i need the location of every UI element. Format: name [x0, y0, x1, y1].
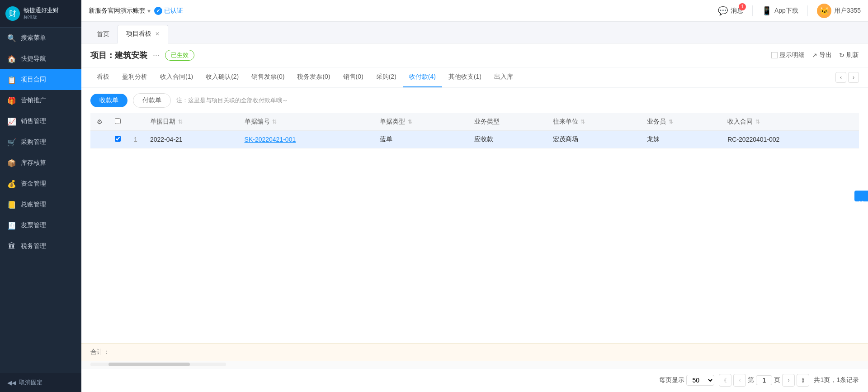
refresh-button[interactable]: ↻ 刷新	[839, 51, 859, 59]
sidebar-item-sales[interactable]: 📈 销售管理	[0, 111, 81, 132]
topbar-divider	[752, 5, 753, 16]
home-icon: 🏠	[7, 54, 16, 63]
row-partner-cell: 宏茂商场	[547, 131, 642, 148]
purchase-icon: 🛒	[7, 138, 16, 147]
sub-nav-payment[interactable]: 收付款(4)	[403, 67, 442, 87]
sidebar-item-quick-nav[interactable]: 🏠 快捷导航	[0, 48, 81, 69]
ledger-icon: 📒	[7, 200, 16, 209]
table-row: 1 2022-04-21 SK-20220421-001 蓝单 应收款 宏茂商场…	[90, 131, 859, 148]
table-footer: 合计：	[81, 343, 868, 361]
receipt-tab-button[interactable]: 收款单	[90, 94, 127, 107]
sidebar-item-project[interactable]: 📋 项目合同	[0, 69, 81, 90]
row-type-cell: 蓝单	[374, 131, 469, 148]
user-menu[interactable]: 🐱 用户3355	[817, 4, 861, 18]
sidebar-item-tax[interactable]: 🏛 税务管理	[0, 236, 81, 257]
sub-nav-sales-invoice[interactable]: 销售发票(0)	[245, 67, 291, 87]
more-options-button[interactable]: ···	[153, 51, 160, 60]
sidebar-item-finance[interactable]: 💰 资金管理	[0, 173, 81, 194]
sidebar-item-inventory[interactable]: 📦 库存核算	[0, 153, 81, 173]
col-code[interactable]: 单据编号 ⇅	[239, 113, 374, 131]
horizontal-scrollbar[interactable]	[90, 363, 226, 366]
sub-nav-kanban[interactable]: 看板	[90, 67, 116, 87]
col-type[interactable]: 单据类型 ⇅	[374, 113, 469, 131]
export-button[interactable]: ↗ 导出	[812, 51, 832, 59]
tab-home[interactable]: 首页	[89, 26, 118, 43]
topbar: 新服务官网演示账套 ▾ ✔ 已认证 💬 消息 1 📱 App下载 🐱 用户	[81, 0, 868, 22]
page-number-input[interactable]	[756, 375, 772, 385]
col-select-all	[108, 113, 127, 131]
next-page-button[interactable]: ›	[782, 374, 795, 387]
shield-icon: ✔	[154, 7, 162, 15]
row-code-cell[interactable]: SK-20220421-001	[239, 131, 374, 148]
project-title: 项目：建筑安装	[90, 50, 147, 61]
main-content: 新服务官网演示账套 ▾ ✔ 已认证 💬 消息 1 📱 App下载 🐱 用户	[81, 0, 868, 392]
select-all-checkbox[interactable]	[115, 118, 121, 124]
row-salesman-cell: 龙妹	[642, 131, 722, 148]
first-page-button[interactable]: ⟪	[719, 374, 731, 387]
sub-nav-other-expense[interactable]: 其他收支(1)	[442, 67, 488, 87]
certified-badge: ✔ 已认证	[154, 7, 183, 15]
nav-next-button[interactable]: ›	[848, 72, 859, 83]
account-selector[interactable]: 新服务官网演示账套 ▾	[89, 7, 151, 15]
tabbar: 首页 项目看板 ✕	[81, 22, 868, 43]
sub-nav-purchase[interactable]: 采购(2)	[370, 67, 403, 87]
col-partner[interactable]: 往来单位 ⇅	[547, 113, 642, 131]
contract-sort-icon: ⇅	[755, 119, 760, 125]
sub-nav: 看板 盈利分析 收入合同(1) 收入确认(2) 销售发票(0) 税务发票(0) …	[81, 67, 868, 88]
last-page-button[interactable]: ⟫	[797, 374, 809, 387]
col-biz-type: 业务类型	[469, 113, 547, 131]
payment-tab-button[interactable]: 付款单	[133, 93, 171, 108]
sub-nav-profit[interactable]: 盈利分析	[116, 67, 154, 87]
refresh-icon: ↻	[839, 52, 844, 59]
logo-icon: 财	[5, 6, 20, 21]
sub-nav-sales[interactable]: 销售(0)	[337, 67, 370, 87]
row-checkbox[interactable]	[115, 136, 121, 142]
receipt-link[interactable]: SK-20220421-001	[245, 136, 296, 143]
project-actions: 显示明细 ↗ 导出 ↻ 刷新	[771, 51, 859, 59]
table-container: ⚙ 单据日期 ⇅ 单据编号 ⇅	[81, 113, 868, 343]
col-salesman[interactable]: 业务员 ⇅	[642, 113, 722, 131]
col-settings: ⚙	[90, 113, 108, 131]
account-dropdown-arrow: ▾	[147, 7, 151, 14]
col-income-contract[interactable]: 收入合同 ⇅	[722, 113, 859, 131]
tax-icon: 🏛	[7, 242, 16, 251]
sidebar-menu: 🔍 搜索菜单 🏠 快捷导航 📋 项目合同 🎁 营销推广 📈 销售管理 🛒 采购管…	[0, 28, 81, 373]
sub-nav-income-contract[interactable]: 收入合同(1)	[154, 67, 199, 87]
sidebar-item-purchase[interactable]: 🛒 采购管理	[0, 132, 81, 153]
sidebar-item-marketing[interactable]: 🎁 营销推广	[0, 90, 81, 111]
show-detail-checkbox[interactable]: 显示明细	[771, 51, 805, 59]
sidebar-item-invoice[interactable]: 🧾 发票管理	[0, 215, 81, 236]
table-header-row: ⚙ 单据日期 ⇅ 单据编号 ⇅	[90, 113, 859, 131]
scrollbar-thumb	[108, 363, 190, 366]
salesman-sort-icon: ⇅	[669, 119, 673, 125]
tab-project-board[interactable]: 项目看板 ✕	[118, 25, 168, 43]
sub-nav-income-confirm[interactable]: 收入确认(2)	[199, 67, 245, 87]
inventory-icon: 📦	[7, 158, 16, 167]
sidebar-item-search[interactable]: 🔍 搜索菜单	[0, 28, 81, 48]
feedback-button[interactable]: 反馈	[854, 191, 868, 201]
page-content: 项目：建筑安装 ··· 已生效 显示明细 ↗ 导出 ↻ 刷新	[81, 43, 868, 392]
prev-page-button[interactable]: ‹	[733, 374, 746, 387]
search-icon: 🔍	[7, 33, 16, 43]
sub-nav-tax-invoice[interactable]: 税务发票(0)	[291, 67, 336, 87]
page-size-selector: 每页显示 50 100 200	[659, 375, 714, 386]
sidebar-item-ledger[interactable]: 📒 总账管理	[0, 194, 81, 215]
col-date[interactable]: 单据日期 ⇅	[145, 113, 239, 131]
status-badge: 已生效	[165, 50, 194, 61]
partner-sort-icon: ⇅	[580, 119, 585, 125]
tab-close-button[interactable]: ✕	[155, 31, 160, 37]
logo-text: 畅捷通好业财 标准版	[24, 7, 59, 21]
type-sort-icon: ⇅	[408, 119, 412, 125]
row-income-contract-cell: RC-20220401-002	[722, 131, 859, 148]
settings-icon[interactable]: ⚙	[97, 118, 103, 125]
row-checkbox-cell	[108, 131, 127, 148]
app-download-button[interactable]: 📱 App下载	[762, 6, 798, 16]
row-num-cell: 1	[127, 131, 145, 148]
nav-prev-button[interactable]: ‹	[835, 72, 846, 83]
messages-button[interactable]: 💬 消息 1	[718, 6, 743, 16]
export-icon: ↗	[812, 52, 817, 59]
page-size-select[interactable]: 50 100 200	[686, 375, 714, 386]
sidebar-unpin[interactable]: ◀◀ 取消固定	[0, 373, 81, 392]
sub-nav-inout[interactable]: 出入库	[488, 67, 519, 87]
tab-note: 注：这里是与项目关联的全部收付款单哦～	[176, 96, 288, 105]
